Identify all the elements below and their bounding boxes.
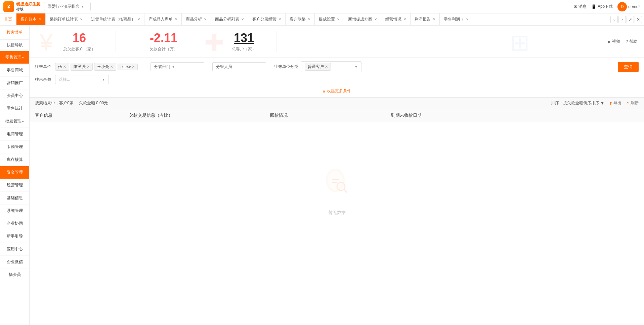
- sidebar-item-inventory[interactable]: 库存核算: [0, 153, 29, 166]
- sidebar-item-retail[interactable]: 零售管理 ▾: [0, 51, 29, 64]
- filter-tag-cjttcw: cjttcw ✕: [118, 64, 138, 70]
- sidebar-item-finance[interactable]: 资金管理: [0, 166, 29, 179]
- empty-text: 暂无数据: [328, 210, 346, 216]
- close-icon[interactable]: ✕: [137, 17, 140, 21]
- sidebar-item-purchase[interactable]: 采购管理: [0, 141, 29, 153]
- close-icon[interactable]: ✕: [204, 17, 207, 21]
- chevron-down-icon: ▼: [102, 78, 105, 81]
- nav-prev-button[interactable]: ‹: [610, 16, 618, 23]
- nav-next-button[interactable]: ›: [618, 16, 626, 23]
- export-button[interactable]: ⬆ 导出: [609, 100, 621, 106]
- tab-retail-profit[interactable]: 零售利润（ ✕: [440, 13, 473, 26]
- stat-total-customers-label: 总客户（家）: [232, 46, 256, 52]
- tab-profit-report[interactable]: 利润报告 ✕: [411, 13, 440, 26]
- sidebar-item-guide[interactable]: 新手引导: [0, 230, 29, 243]
- stat-debt-customers-value: 16: [73, 31, 86, 45]
- tab-commission-setting[interactable]: 提成设置 ✕: [315, 13, 344, 26]
- filter-tag-chen: 陈民强 ✕: [71, 63, 93, 71]
- close-icon[interactable]: ✕: [308, 17, 310, 21]
- close-icon[interactable]: ✕: [403, 17, 406, 21]
- sidebar-item-system[interactable]: 系统管理: [0, 205, 29, 217]
- sidebar-item-wholesale[interactable]: 批发管理 ▾: [0, 115, 29, 128]
- filter-more-tags[interactable]: ...: [139, 65, 142, 69]
- tab-finished-goods[interactable]: 产成品入库单 ✕: [144, 13, 182, 26]
- sidebar-item-retail-stats[interactable]: 零售统计: [0, 102, 29, 115]
- sidebar-item-wechat[interactable]: 企业微信: [0, 256, 29, 268]
- remove-tag-cjttcw[interactable]: ✕: [132, 65, 135, 69]
- table-area: 客户信息 欠款交易信息（占比） 回款情况 到期未收款日期: [30, 109, 644, 325]
- search-menu-button[interactable]: 搜索菜单: [2, 28, 27, 37]
- close-icon[interactable]: ✕: [175, 17, 177, 21]
- stat-debt-amount-label: 欠款合计（万）: [149, 46, 178, 52]
- video-button[interactable]: ▶ 视频: [608, 39, 620, 44]
- sidebar-item-marketing[interactable]: 营销推广: [0, 77, 29, 89]
- app-download-button[interactable]: 📱 App下载: [591, 4, 613, 9]
- results-summary: 搜索结果中，客户0家: [35, 100, 74, 106]
- close-icon[interactable]: ✕: [241, 17, 244, 21]
- tab-purchase-order-stats[interactable]: 采购订单统计表 ✕: [46, 13, 87, 26]
- chevron-down-icon: ▼: [354, 65, 358, 69]
- filter-row-2: 往来余额 选择... ▼: [35, 75, 639, 84]
- sidebar-item-retail-mall[interactable]: 零售商城: [0, 64, 29, 77]
- help-button[interactable]: ? 帮助: [626, 39, 637, 44]
- tab-goods-stats[interactable]: 进货单统计表（按商品） ✕: [87, 13, 144, 26]
- tab-customer-tier[interactable]: 客户分层经营 ✕: [248, 13, 286, 26]
- chevron-down-icon: ▾: [22, 120, 24, 123]
- remove-tag-chen[interactable]: ✕: [87, 65, 90, 69]
- filter-tag-wang: 王小亮 ✕: [94, 63, 116, 71]
- close-icon[interactable]: ✕: [39, 17, 41, 21]
- chevron-down-icon: ▼: [81, 5, 84, 8]
- filter-tag-wu: 伍 ✕: [55, 63, 69, 71]
- remove-tag-wu[interactable]: ✕: [63, 65, 66, 69]
- stat-debt-customers-label: 总欠款客户（家）: [63, 46, 95, 52]
- stat-total-customers-value: 131: [234, 31, 254, 45]
- unit-type-tag: 普通客户 ✕: [305, 63, 331, 71]
- dept-selector[interactable]: 分管部门 ▼: [151, 62, 204, 71]
- sidebar-item-operation[interactable]: 经营管理: [0, 179, 29, 192]
- results-bar: 搜索结果中，客户0家 欠款金额 0.00元 排序：按欠款金额倒序排序 ▼ ⬆ 导…: [30, 98, 644, 109]
- stat-debt-amount: -2.11 欠款合计（万）: [116, 31, 198, 52]
- tab-customer-contact[interactable]: 客户联络 ✕: [286, 13, 315, 26]
- refresh-button[interactable]: ↻ 刷新: [626, 100, 639, 106]
- message-icon: ✉: [574, 4, 577, 9]
- sidebar-item-member[interactable]: 会员中心: [0, 89, 29, 102]
- user-menu[interactable]: D demo2: [617, 2, 641, 11]
- table-body: 暂无数据: [30, 122, 644, 257]
- collapse-button[interactable]: ∧ 收起更多条件: [323, 88, 351, 94]
- app-wrapper: ¥ 畅捷通好生意 标版 母婴行业演示帐套 ▼ ✉ 消息 📱 App下载 D de…: [0, 0, 644, 325]
- message-button[interactable]: ✉ 消息: [574, 4, 587, 9]
- sidebar-item-chang-member[interactable]: 畅会员: [0, 268, 29, 281]
- remove-tag-wang[interactable]: ✕: [110, 65, 113, 69]
- sidebar-item-enterprise[interactable]: 企业协同: [0, 217, 29, 230]
- tab-goods-analysis[interactable]: 商品分析 ✕: [182, 13, 211, 26]
- balance-selector[interactable]: 选择... ▼: [55, 75, 109, 84]
- close-icon[interactable]: ✕: [278, 17, 281, 21]
- filter-row-1: 往来单位 伍 ✕ 陈民强 ✕ 王小亮 ✕: [35, 61, 639, 72]
- person-selector[interactable]: 分管人员 ···: [212, 62, 266, 71]
- store-selector[interactable]: 母婴行业演示帐套 ▼: [44, 2, 91, 11]
- tab-home[interactable]: 首页: [0, 13, 16, 26]
- tab-customer-ledger[interactable]: 客户账本 ✕: [16, 13, 46, 26]
- sidebar-item-app-center[interactable]: 应用中心: [0, 243, 29, 256]
- top-bar: ¥ 畅捷通好生意 标版 母婴行业演示帐套 ▼ ✉ 消息 📱 App下载 D de…: [0, 0, 644, 13]
- empty-state: 暂无数据: [300, 143, 374, 236]
- tab-add-commission[interactable]: 新增提成方案 ✕: [344, 13, 381, 26]
- sidebar-item-ecommerce[interactable]: 电商管理: [0, 128, 29, 141]
- query-button[interactable]: 查询: [618, 62, 639, 72]
- close-icon[interactable]: ✕: [374, 17, 377, 21]
- remove-unit-type[interactable]: ✕: [325, 65, 328, 69]
- sidebar-item-basic-info[interactable]: 基础信息: [0, 192, 29, 205]
- tab-business-status[interactable]: 经营情况 ✕: [381, 13, 411, 26]
- nav-maximize-button[interactable]: ⤢: [627, 16, 634, 23]
- close-icon[interactable]: ✕: [80, 17, 83, 21]
- close-icon[interactable]: ✕: [466, 17, 469, 21]
- sort-button[interactable]: 排序：按欠款金额倒序排序 ▼: [551, 100, 604, 106]
- logo-area: ¥ 畅捷通好生意 标版: [3, 1, 40, 12]
- unit-type-selector[interactable]: 普通客户 ✕ ▼: [301, 61, 361, 72]
- nav-close-all-button[interactable]: ✕: [635, 16, 642, 23]
- tab-goods-analysis-list[interactable]: 商品分析列表 ✕: [211, 13, 248, 26]
- close-icon[interactable]: ✕: [337, 17, 340, 21]
- collapse-icon: ∧: [323, 89, 326, 94]
- quick-nav-button[interactable]: 快捷导航: [0, 40, 29, 51]
- close-icon[interactable]: ✕: [433, 17, 435, 21]
